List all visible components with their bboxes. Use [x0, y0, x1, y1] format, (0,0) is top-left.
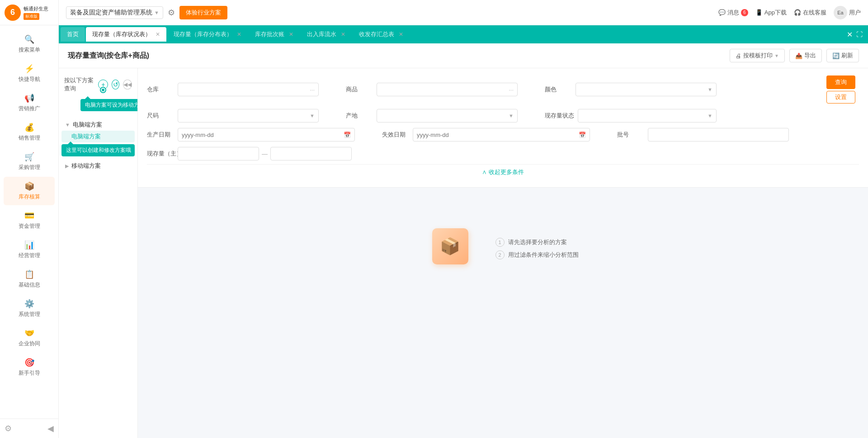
scheme-group-mobile-title[interactable]: ▶ 移动端方案 [61, 160, 135, 172]
filter-origin: 产地 ▼ [346, 109, 518, 122]
search-icon: 🔍 [24, 34, 34, 44]
tab-home-label: 首页 [67, 30, 79, 38]
logo-text: 畅通好生意 标准版 [24, 5, 48, 20]
stock-qty-from[interactable] [178, 147, 259, 160]
sales-icon: 💰 [24, 122, 34, 132]
scheme-item-desktop[interactable]: 电脑端方案 [61, 131, 135, 142]
tab-home[interactable]: 首页 [61, 27, 85, 42]
tab-inventory-dist[interactable]: 现存量（库存分布表） ✕ [167, 27, 248, 42]
produce-date-start-input[interactable] [182, 132, 342, 138]
calendar-icon[interactable]: 📅 [579, 132, 586, 138]
sidebar-item-operations[interactable]: 📊 经营管理 [4, 235, 55, 264]
template-print-btn[interactable]: 🖨 按模板打印 ▼ [730, 49, 785, 62]
origin-select[interactable]: ▼ [377, 109, 518, 122]
stock-qty-to[interactable] [270, 147, 352, 160]
tab-receive-summary[interactable]: 收发存汇总表 ✕ [353, 27, 410, 42]
tab-expand-icon[interactable]: ⛶ [856, 31, 863, 38]
collapse-sidebar-icon[interactable]: ◀ [47, 424, 54, 433]
basic-info-icon: 📋 [24, 269, 34, 279]
inventory-icon: 📦 [24, 181, 34, 191]
expire-date-start-input[interactable] [417, 132, 577, 138]
page-title: 现存量查询(按仓库+商品) [68, 51, 149, 61]
color-label: 颜色 [545, 85, 572, 94]
sidebar-item-label: 企业协同 [19, 340, 40, 348]
connector-dot [101, 88, 105, 92]
sidebar-item-label: 系统管理 [19, 311, 40, 318]
query-btn[interactable]: 查询 [826, 75, 855, 89]
trial-btn[interactable]: 体验行业方案 [179, 6, 227, 19]
message-action[interactable]: 💬 消息 6 [718, 9, 748, 17]
sidebar-item-label: 搜索菜单 [19, 46, 40, 54]
setting-btn[interactable]: 设置 [826, 91, 855, 104]
empty-step-2: 2 用过滤条件来缩小分析范围 [495, 250, 579, 259]
tab-close-icon[interactable]: ✕ [341, 31, 345, 38]
goods-select[interactable]: ··· [377, 83, 518, 96]
user-label: 用户 [849, 9, 861, 17]
chevron-down-icon: ▼ [509, 113, 514, 118]
tab-close-icon[interactable]: ✕ [289, 31, 293, 38]
right-panel: 仓库 ··· 商品 ··· [138, 68, 868, 438]
header-right: 💬 消息 6 📱 App下载 🎧 在线客服 Ea 用户 [718, 6, 861, 19]
sidebar-item-quick-nav[interactable]: ⚡ 快捷导航 [4, 59, 55, 88]
step-1-num: 1 [495, 238, 505, 247]
warehouse-select[interactable]: ··· [178, 83, 319, 96]
tab-in-out-flow[interactable]: 出入库流水 ✕ [301, 27, 352, 42]
scheme-group-desktop-title[interactable]: ▼ 电脑端方案 [61, 119, 135, 131]
tooltip2-close-icon[interactable]: ✕ [135, 147, 138, 154]
sidebar-item-inventory[interactable]: 📦 库存核算 [4, 177, 55, 205]
sidebar-bottom: ⚙ ◀ [0, 419, 58, 438]
empty-illustration: 📦 [428, 224, 477, 273]
stock-status-select[interactable]: ▼ [578, 109, 717, 122]
tab-inventory-status[interactable]: 现存量（库存状况表） ✕ [86, 27, 166, 42]
scheme-item-desktop-label: 电脑端方案 [71, 132, 101, 141]
stock-qty-from-input[interactable] [182, 151, 258, 157]
tab-in-out-flow-label: 出入库流水 [307, 30, 336, 38]
batch-input[interactable] [648, 128, 789, 141]
chevron-down-icon: ▼ [310, 113, 315, 118]
stock-qty-to-input[interactable] [274, 151, 350, 157]
sidebar-item-system[interactable]: ⚙️ 系统管理 [4, 294, 55, 323]
sidebar-item-purchase[interactable]: 🛒 采购管理 [4, 147, 55, 176]
sidebar-item-guide[interactable]: 🎯 新手引导 [4, 353, 55, 381]
tab-batch-account-label: 库存批次账 [255, 30, 284, 38]
step-2-num: 2 [495, 250, 505, 259]
step-1-text: 请先选择要分析的方案 [508, 238, 567, 246]
refresh-btn[interactable]: 🔄 刷新 [826, 49, 859, 62]
calendar-icon[interactable]: 📅 [344, 132, 351, 138]
refresh-icon: 🔄 [832, 52, 840, 59]
tab-close-all-icon[interactable]: ✕ [847, 30, 853, 39]
sidebar-item-enterprise[interactable]: 🤝 企业协同 [4, 324, 55, 352]
app-download-action[interactable]: 📱 App下载 [755, 9, 787, 17]
color-select[interactable]: ▼ [576, 83, 717, 96]
prev-scheme-btn[interactable]: ◀◀ [123, 80, 132, 89]
sidebar-item-sales[interactable]: 💰 销售管理 [4, 118, 55, 146]
collapse-bar[interactable]: ∧ 收起更多条件 [147, 164, 859, 180]
export-icon: 📤 [795, 52, 802, 59]
user-action[interactable]: Ea 用户 [834, 6, 861, 19]
refresh-scheme-btn[interactable]: ↺ [112, 80, 119, 89]
settings-gear-icon[interactable]: ⚙ [168, 8, 175, 18]
sidebar-item-finance[interactable]: 💳 资金管理 [4, 206, 55, 235]
sidebar-item-marketing[interactable]: 📢 营销推广 [4, 89, 55, 117]
sidebar-item-search[interactable]: 🔍 搜索菜单 [4, 30, 55, 58]
tab-inventory-status-label: 现存量（库存状况表） [92, 30, 151, 38]
sidebar-item-label: 经营管理 [19, 252, 40, 259]
expire-date-start[interactable]: 📅 [413, 128, 590, 141]
step-2-text: 用过滤条件来缩小分析范围 [508, 251, 579, 259]
tab-close-icon[interactable]: ✕ [237, 31, 241, 38]
sidebar-logo: 6 畅通好生意 标准版 [0, 0, 58, 25]
filter-row-2: 尺码 ▼ 产地 ▼ [147, 109, 859, 122]
settings-bottom-icon[interactable]: ⚙ [5, 424, 12, 433]
filter-area: 仓库 ··· 商品 ··· [138, 68, 868, 188]
sidebar-item-basic-info[interactable]: 📋 基础信息 [4, 265, 55, 293]
tab-close-icon[interactable]: ✕ [399, 31, 403, 38]
tab-batch-account[interactable]: 库存批次账 ✕ [249, 27, 300, 42]
system-name-selector[interactable]: 装备及固定资产辅助管理系统 ▼ [66, 6, 163, 19]
produce-date-start[interactable]: 📅 [178, 128, 355, 141]
size-select[interactable]: ▼ [178, 109, 319, 122]
online-support-action[interactable]: 🎧 在线客服 [794, 9, 826, 17]
tab-close-icon[interactable]: ✕ [156, 31, 160, 38]
system-icon: ⚙️ [24, 299, 34, 309]
export-btn[interactable]: 📤 导出 [789, 49, 822, 62]
left-panel: 按以下方案查询 + ↺ ◀◀ 电脑方案可设为移动方案哦 ✕ [59, 68, 138, 438]
